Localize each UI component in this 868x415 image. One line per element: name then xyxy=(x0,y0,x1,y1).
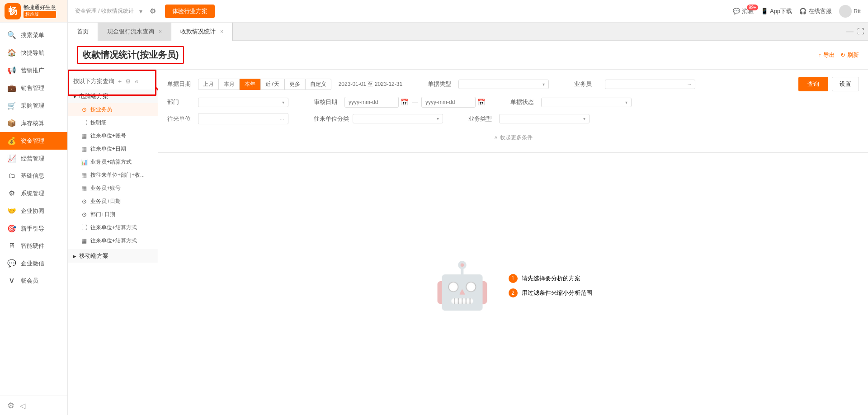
sidebar-item-member[interactable]: V 畅会员 xyxy=(0,272,67,289)
voucher-type-arrow-icon: ▾ xyxy=(542,82,545,87)
tree-item-counterpart-date[interactable]: ▦ 往来单位+日期 xyxy=(68,142,158,156)
sidebar-item-operation[interactable]: 📈 经营管理 xyxy=(0,150,67,167)
add-scheme-btn[interactable]: + xyxy=(117,77,123,86)
sidebar-item-inventory[interactable]: 📦 库存核算 xyxy=(0,114,67,132)
date-tab-7days[interactable]: 近7天 xyxy=(260,79,284,90)
review-date-label: 审核日期 xyxy=(314,98,341,106)
tree-section-desktop: ▾ 电脑端方案 ⊙ 按业务员 ⛶ 按明细 ▦ 往来单位+账号 ▦ 往来单位+ xyxy=(68,90,158,247)
sidebar-item-purchase[interactable]: 🛒 采购管理 xyxy=(0,97,67,114)
business-type-select[interactable]: ▾ xyxy=(499,114,590,123)
tree-item-label: 部门+日期 xyxy=(90,211,115,218)
dept-arrow-icon: ▾ xyxy=(282,100,284,105)
tree-item-counterpart-settlement1[interactable]: ⛶ 往来单位+结算方式 xyxy=(68,221,158,234)
setting-btn[interactable]: 设置 xyxy=(832,77,859,91)
sidebar-item-system[interactable]: ⚙ 系统管理 xyxy=(0,184,67,202)
tree-item-counterpart-dept[interactable]: ▦ 按往来单位+部门+收... xyxy=(68,169,158,182)
calendar-from-icon[interactable]: 📅 xyxy=(401,99,408,106)
service-icon: 🎧 xyxy=(799,8,807,14)
tab-home[interactable]: 首页 xyxy=(68,23,98,41)
collapse-panel-btn[interactable]: « xyxy=(134,77,139,86)
tab-receipt-stat-close[interactable]: × xyxy=(220,28,223,35)
tree-item-counterpart-settlement2[interactable]: ▦ 往来单位+结算方式 xyxy=(68,234,158,247)
sidebar-item-marketing[interactable]: 📢 营销推广 xyxy=(0,61,67,79)
date-tab-this-month[interactable]: 本月 xyxy=(219,79,240,90)
sidebar-item-sales[interactable]: 💼 销售管理 xyxy=(0,79,67,97)
settings-scheme-btn[interactable]: ⚙ xyxy=(124,77,132,86)
sidebar-item-wechat[interactable]: 💬 企业微信 xyxy=(0,255,67,272)
tree-item-by-salesman[interactable]: ⊙ 按业务员 xyxy=(68,103,158,116)
user-name: Rit xyxy=(854,8,861,14)
collapse-filter-bar[interactable]: ∧ 收起更多条件 xyxy=(167,130,859,145)
sidebar-item-quick-nav[interactable]: 🏠 快捷导航 xyxy=(0,44,67,61)
voucher-status-arrow-icon: ▾ xyxy=(625,100,627,105)
app-download-link[interactable]: 📱 App下载 xyxy=(761,7,792,15)
salesman-more-icon[interactable]: ··· xyxy=(688,82,691,87)
counterpart-category-select[interactable]: ▾ xyxy=(353,114,443,123)
empty-state-hints: 1 请先选择要分析的方案 2 用过滤条件来缩小分析范围 xyxy=(509,274,593,297)
content-body: 按以下方案查询 + ⚙ « ▾ 电脑端方案 ⊙ 按业务员 ⛶ xyxy=(68,70,868,415)
wechat-icon: 💬 xyxy=(7,259,16,268)
tree-mobile-header[interactable]: ▸ 移动端方案 xyxy=(68,249,158,263)
filter-row-3: 往来单位 ··· 往来单位分类 ▾ 业务类型 xyxy=(167,113,859,124)
topbar-settings-icon[interactable]: ⚙ xyxy=(150,7,156,15)
sidebar-item-newbie[interactable]: 🎯 新手引导 xyxy=(0,220,67,237)
sidebar-item-basic-info[interactable]: 🗂 基础信息 xyxy=(0,167,67,184)
tree-item-salesman-settlement[interactable]: 📊 业务员+结算方式 xyxy=(68,156,158,169)
settings-icon[interactable]: ⚙ xyxy=(7,401,14,410)
tab-bank-flow[interactable]: 现金银行流水查询 × xyxy=(98,23,171,41)
date-tab-more[interactable]: 更多 xyxy=(284,79,305,90)
panel-header: 按以下方案查询 + ⚙ « xyxy=(68,73,158,90)
date-tab-this-year[interactable]: 本年 xyxy=(240,79,260,90)
message-badge[interactable]: 💬 消息 99+ xyxy=(733,7,754,15)
data-area: 🤖 1 请先选择要分析的方案 2 用过滤条件来缩小分析范围 xyxy=(158,153,868,415)
tree-item-by-detail[interactable]: ⛶ 按明细 xyxy=(68,116,158,129)
user-profile[interactable]: Rit xyxy=(839,5,861,18)
sidebar-item-search-menu[interactable]: 🔍 搜索菜单 xyxy=(0,26,67,44)
trial-btn[interactable]: 体验行业方案 xyxy=(165,5,215,18)
tab-receipt-stat[interactable]: 收款情况统计 × xyxy=(171,23,233,41)
tab-maximize-icon[interactable]: ⛶ xyxy=(857,28,864,36)
counterpart-category-arrow-icon: ▾ xyxy=(437,116,439,121)
tree-mobile-expand-icon: ▸ xyxy=(73,253,76,259)
sidebar-item-smart-hw[interactable]: 🖥 智能硬件 xyxy=(0,237,67,255)
voucher-status-select[interactable]: ▾ xyxy=(541,98,632,107)
voucher-type-select[interactable]: ▾ xyxy=(458,80,549,89)
topbar: 资金管理 / 收款情况统计 ▾ ⚙ 体验行业方案 💬 消息 99+ 📱 App下… xyxy=(68,0,868,23)
collapse-sidebar-icon[interactable]: ◁ xyxy=(20,401,25,410)
counterpart-select[interactable]: ··· xyxy=(198,113,288,124)
sidebar-item-finance[interactable]: 💰 资金管理 xyxy=(0,132,67,150)
tree-desktop-header[interactable]: ▾ 电脑端方案 xyxy=(68,90,158,103)
sidebar-item-label: 企业微信 xyxy=(21,259,44,268)
refresh-btn[interactable]: ↻ 刷新 xyxy=(840,51,859,59)
query-btn[interactable]: 查询 xyxy=(798,77,828,91)
page-header: 收款情况统计(按业务员) ↑ 导出 ↻ 刷新 xyxy=(68,41,868,70)
sidebar-item-enterprise[interactable]: 🤝 企业协同 xyxy=(0,202,67,220)
tab-bank-flow-close[interactable]: × xyxy=(159,28,162,35)
dept-select[interactable]: ▾ xyxy=(198,98,288,107)
tree-item-label: 按业务员 xyxy=(90,106,112,113)
breadcrumb-expand-icon[interactable]: ▾ xyxy=(139,8,142,15)
date-tab-custom[interactable]: 自定义 xyxy=(305,79,331,90)
app-download-icon: 📱 xyxy=(761,8,768,14)
counterpart-more-icon[interactable]: ··· xyxy=(279,115,284,122)
review-date-from-input[interactable] xyxy=(344,97,399,108)
tree-item-label: 往来单位+结算方式 xyxy=(90,237,137,245)
enterprise-icon: 🤝 xyxy=(7,207,16,215)
salesman-select[interactable]: ··· xyxy=(605,80,695,89)
tree-item-dept-date[interactable]: ⊙ 部门+日期 xyxy=(68,208,158,221)
tree-mobile-label: 移动端方案 xyxy=(79,252,108,260)
review-date-to-input[interactable] xyxy=(421,97,476,108)
tree-item-salesman-date[interactable]: ⊙ 业务员+日期 xyxy=(68,195,158,208)
empty-state-icon: 🤖 xyxy=(434,259,491,312)
tabbar: 首页 现金银行流水查询 × 收款情况统计 × — ⛶ xyxy=(68,23,868,41)
calendar-to-icon[interactable]: 📅 xyxy=(477,99,485,106)
voucher-type-label: 单据类型 xyxy=(428,80,455,88)
export-btn[interactable]: ↑ 导出 xyxy=(819,51,835,59)
tree-item-salesman-account[interactable]: ▦ 业务员+账号 xyxy=(68,182,158,195)
tab-minimize-icon[interactable]: — xyxy=(846,28,854,36)
sidebar: 畅 畅捷通好生意 标准版 🔍 搜索菜单 🏠 快捷导航 📢 营销推广 💼 销售管理… xyxy=(0,0,68,415)
sidebar-item-label: 销售管理 xyxy=(21,84,44,92)
tree-item-counterpart-account[interactable]: ▦ 往来单位+账号 xyxy=(68,129,158,142)
online-service-link[interactable]: 🎧 在线客服 xyxy=(799,7,832,15)
date-tab-last-month[interactable]: 上月 xyxy=(198,79,219,90)
